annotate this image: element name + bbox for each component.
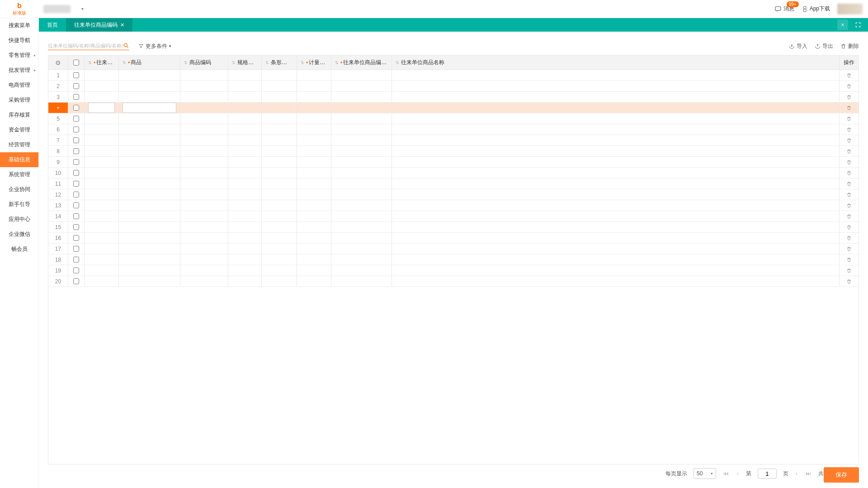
spec-cell[interactable]: [228, 103, 262, 113]
partner-code-cell[interactable]: [331, 157, 392, 167]
row-delete-cell[interactable]: [840, 265, 859, 276]
sidebar-item[interactable]: 应用中心: [0, 212, 38, 227]
partner-name-cell[interactable]: [392, 265, 840, 276]
row-checkbox-cell[interactable]: [68, 113, 85, 124]
barcode-cell[interactable]: [262, 254, 297, 265]
user-avatar[interactable]: [837, 4, 863, 14]
row-checkbox-cell[interactable]: [68, 168, 85, 178]
goods-code-cell[interactable]: [180, 244, 228, 254]
goods-cell[interactable]: [119, 92, 180, 102]
uom-cell[interactable]: [297, 211, 331, 221]
trash-icon[interactable]: [846, 105, 852, 111]
sidebar-item[interactable]: 新手引导: [0, 197, 38, 212]
sidebar-item[interactable]: 库存核算: [0, 108, 38, 122]
spec-cell[interactable]: [228, 135, 262, 145]
row-checkbox-cell[interactable]: [68, 124, 85, 135]
barcode-cell[interactable]: [262, 222, 297, 232]
partner-name-cell[interactable]: [392, 244, 840, 254]
table-row[interactable]: 13: [48, 200, 859, 211]
add-row-icon[interactable]: +: [55, 104, 62, 112]
uom-cell[interactable]: [297, 244, 331, 254]
row-checkbox-cell[interactable]: [68, 276, 85, 286]
uom-cell[interactable]: [297, 146, 331, 156]
partner-name-cell[interactable]: [392, 233, 840, 243]
page-size-select[interactable]: 50 ▾: [693, 468, 716, 479]
fullscreen-button[interactable]: [853, 19, 863, 30]
goods-code-cell[interactable]: [180, 92, 228, 102]
row-checkbox[interactable]: [73, 267, 79, 273]
barcode-cell[interactable]: [262, 103, 297, 113]
col-goods[interactable]: ⇅•商品: [119, 56, 180, 70]
partner-code-cell[interactable]: [331, 244, 392, 254]
table-row[interactable]: 19: [48, 265, 859, 276]
row-checkbox[interactable]: [73, 224, 79, 230]
contact-cell[interactable]: [85, 124, 119, 135]
barcode-cell[interactable]: [262, 211, 297, 221]
uom-cell[interactable]: [297, 157, 331, 167]
uom-cell[interactable]: [297, 222, 331, 232]
goods-code-cell[interactable]: [180, 233, 228, 243]
contact-cell[interactable]: [85, 146, 119, 156]
spec-cell[interactable]: [228, 244, 262, 254]
goods-cell[interactable]: [119, 178, 180, 189]
spec-cell[interactable]: [228, 113, 262, 124]
goods-code-cell[interactable]: [180, 70, 228, 80]
spec-cell[interactable]: [228, 189, 262, 200]
table-row[interactable]: 6: [48, 124, 859, 135]
trash-icon[interactable]: [846, 235, 852, 241]
barcode-cell[interactable]: [262, 146, 297, 156]
row-checkbox-cell[interactable]: [68, 103, 85, 113]
trash-icon[interactable]: [846, 138, 852, 143]
next-page-button[interactable]: ›: [795, 470, 798, 477]
row-checkbox-cell[interactable]: [68, 222, 85, 232]
close-tab-icon[interactable]: ✕: [120, 22, 124, 28]
goods-code-cell[interactable]: [180, 157, 228, 167]
partner-name-cell[interactable]: [392, 81, 840, 91]
partner-code-cell[interactable]: [331, 113, 392, 124]
col-goods-code[interactable]: ⇅商品编码: [180, 56, 228, 70]
trash-icon[interactable]: [846, 160, 852, 165]
col-contact[interactable]: ⇅•往来…: [85, 56, 119, 70]
table-row[interactable]: 10: [48, 168, 859, 178]
barcode-cell[interactable]: [262, 265, 297, 276]
uom-cell[interactable]: [297, 92, 331, 102]
uom-cell[interactable]: [297, 113, 331, 124]
goods-cell[interactable]: [119, 200, 180, 211]
goods-cell[interactable]: [119, 265, 180, 276]
tab[interactable]: 首页: [39, 18, 66, 32]
trash-icon[interactable]: [846, 225, 852, 230]
row-checkbox[interactable]: [73, 105, 79, 111]
row-delete-cell[interactable]: [840, 135, 859, 145]
org-selector[interactable]: ▾: [39, 0, 120, 18]
trash-icon[interactable]: [846, 257, 852, 263]
sidebar-item[interactable]: 基础信息: [0, 152, 38, 167]
partner-code-cell[interactable]: [331, 81, 392, 91]
partner-code-cell[interactable]: [331, 276, 392, 286]
goods-cell[interactable]: [119, 168, 180, 178]
row-delete-cell[interactable]: [840, 103, 859, 113]
partner-name-cell[interactable]: [392, 254, 840, 265]
row-delete-cell[interactable]: [840, 70, 859, 80]
contact-cell[interactable]: [85, 178, 119, 189]
goods-cell[interactable]: [119, 135, 180, 145]
partner-name-cell[interactable]: [392, 200, 840, 211]
goods-code-cell[interactable]: [180, 113, 228, 124]
trash-icon[interactable]: [846, 203, 852, 208]
goods-cell[interactable]: [119, 103, 180, 113]
row-checkbox[interactable]: [73, 181, 79, 187]
contact-cell[interactable]: [85, 244, 119, 254]
barcode-cell[interactable]: [262, 113, 297, 124]
goods-code-cell[interactable]: [180, 211, 228, 221]
partner-code-cell[interactable]: [331, 92, 392, 102]
uom-cell[interactable]: [297, 276, 331, 286]
table-row[interactable]: 15: [48, 222, 859, 233]
barcode-cell[interactable]: [262, 244, 297, 254]
row-delete-cell[interactable]: [840, 146, 859, 156]
row-checkbox-cell[interactable]: [68, 92, 85, 102]
row-delete-cell[interactable]: [840, 200, 859, 211]
search-icon[interactable]: [123, 42, 129, 49]
goods-cell[interactable]: [119, 113, 180, 124]
trash-icon[interactable]: [846, 127, 852, 132]
uom-cell[interactable]: [297, 233, 331, 243]
barcode-cell[interactable]: [262, 168, 297, 178]
